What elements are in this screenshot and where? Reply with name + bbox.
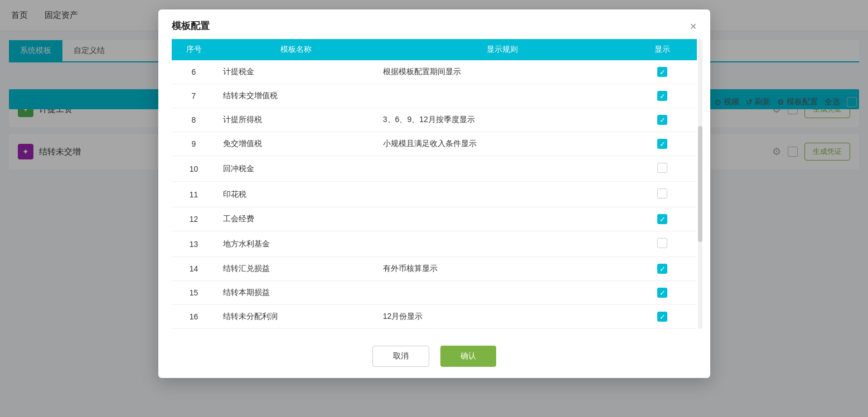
table-row: 11印花税 xyxy=(172,182,697,207)
cell-name: 结转未分配利润 xyxy=(216,305,376,329)
cell-checkbox: ✓ xyxy=(628,305,696,329)
th-display: 显示 xyxy=(628,39,696,60)
cell-no: 12 xyxy=(172,207,216,231)
cell-checkbox: ✓ xyxy=(628,207,696,231)
config-table: 序号 模板名称 显示规则 显示 6计提税金根据模板配置期间显示✓7结转未交增值税… xyxy=(172,39,697,329)
checkbox-checked[interactable]: ✓ xyxy=(657,139,667,149)
scrollbar-track xyxy=(698,39,702,329)
checkbox-unchecked[interactable] xyxy=(657,163,667,173)
modal-template-config: 模板配置 × 序号 模板名称 显示规则 显示 6计提税金根据模板配置期间显示✓7… xyxy=(158,9,710,378)
cell-rule xyxy=(376,156,628,182)
cell-name: 工会经费 xyxy=(216,207,376,231)
checkbox-checked[interactable]: ✓ xyxy=(657,264,667,274)
cell-no: 9 xyxy=(172,132,216,156)
checkbox-checked[interactable]: ✓ xyxy=(657,91,667,101)
cell-name: 地方水利基金 xyxy=(216,231,376,257)
confirm-button[interactable]: 确认 xyxy=(440,346,496,367)
table-head: 序号 模板名称 显示规则 显示 xyxy=(172,39,697,60)
modal-header: 模板配置 × xyxy=(158,9,710,39)
cell-name: 免交增值税 xyxy=(216,132,376,156)
scrollbar-thumb[interactable] xyxy=(698,126,702,242)
checkbox-checked[interactable]: ✓ xyxy=(657,115,667,125)
table-row: 10回冲税金 xyxy=(172,156,697,182)
table-head-row: 序号 模板名称 显示规则 显示 xyxy=(172,39,697,60)
cell-name: 结转汇兑损益 xyxy=(216,257,376,281)
checkbox-unchecked[interactable] xyxy=(657,238,667,248)
cell-checkbox: ✓ xyxy=(628,132,696,156)
cell-name: 结转未交增值税 xyxy=(216,84,376,108)
cell-checkbox: ✓ xyxy=(628,84,696,108)
cell-name: 计提税金 xyxy=(216,60,376,84)
cell-rule xyxy=(376,207,628,231)
checkbox-checked[interactable]: ✓ xyxy=(657,312,667,322)
cell-checkbox: ✓ xyxy=(628,257,696,281)
cell-checkbox: ✓ xyxy=(628,108,696,132)
cell-rule: 3、6、9、12月按季度显示 xyxy=(376,108,628,132)
modal-body: 序号 模板名称 显示规则 显示 6计提税金根据模板配置期间显示✓7结转未交增值税… xyxy=(158,39,710,338)
table-wrapper: 序号 模板名称 显示规则 显示 6计提税金根据模板配置期间显示✓7结转未交增值税… xyxy=(172,39,697,329)
checkbox-checked[interactable]: ✓ xyxy=(657,214,667,224)
cell-name: 计提所得税 xyxy=(216,108,376,132)
cell-rule: 12月份显示 xyxy=(376,305,628,329)
cell-no: 8 xyxy=(172,108,216,132)
cell-checkbox xyxy=(628,231,696,257)
cell-checkbox xyxy=(628,156,696,182)
cell-no: 14 xyxy=(172,257,216,281)
table-row: 6计提税金根据模板配置期间显示✓ xyxy=(172,60,697,84)
modal-footer: 取消 确认 xyxy=(158,338,710,378)
table-row: 15结转本期损益✓ xyxy=(172,281,697,305)
cell-rule: 有外币核算显示 xyxy=(376,257,628,281)
checkbox-checked[interactable]: ✓ xyxy=(657,288,667,298)
cell-no: 7 xyxy=(172,84,216,108)
checkbox-checked[interactable]: ✓ xyxy=(657,67,667,77)
th-name: 模板名称 xyxy=(216,39,376,60)
cell-no: 6 xyxy=(172,60,216,84)
cell-no: 15 xyxy=(172,281,216,305)
table-body: 6计提税金根据模板配置期间显示✓7结转未交增值税✓8计提所得税3、6、9、12月… xyxy=(172,60,697,329)
cell-rule xyxy=(376,182,628,207)
cell-no: 11 xyxy=(172,182,216,207)
cell-name: 结转本期损益 xyxy=(216,281,376,305)
checkbox-unchecked[interactable] xyxy=(657,188,667,198)
cell-rule: 根据模板配置期间显示 xyxy=(376,60,628,84)
table-row: 16结转未分配利润12月份显示✓ xyxy=(172,305,697,329)
table-row: 7结转未交增值税✓ xyxy=(172,84,697,108)
cell-no: 13 xyxy=(172,231,216,257)
cell-rule xyxy=(376,231,628,257)
th-no: 序号 xyxy=(172,39,216,60)
table-row: 14结转汇兑损益有外币核算显示✓ xyxy=(172,257,697,281)
cell-rule xyxy=(376,281,628,305)
cell-checkbox: ✓ xyxy=(628,60,696,84)
cell-rule: 小规模且满足收入条件显示 xyxy=(376,132,628,156)
cell-no: 16 xyxy=(172,305,216,329)
cancel-button[interactable]: 取消 xyxy=(372,346,429,367)
cell-checkbox: ✓ xyxy=(628,281,696,305)
modal-title: 模板配置 xyxy=(172,20,210,32)
th-rule: 显示规则 xyxy=(376,39,628,60)
cell-checkbox xyxy=(628,182,696,207)
table-row: 12工会经费✓ xyxy=(172,207,697,231)
cell-name: 回冲税金 xyxy=(216,156,376,182)
modal-close-button[interactable]: × xyxy=(690,21,697,32)
table-row: 8计提所得税3、6、9、12月按季度显示✓ xyxy=(172,108,697,132)
cell-no: 10 xyxy=(172,156,216,182)
cell-name: 印花税 xyxy=(216,182,376,207)
table-row: 9免交增值税小规模且满足收入条件显示✓ xyxy=(172,132,697,156)
cell-rule xyxy=(376,84,628,108)
table-row: 13地方水利基金 xyxy=(172,231,697,257)
